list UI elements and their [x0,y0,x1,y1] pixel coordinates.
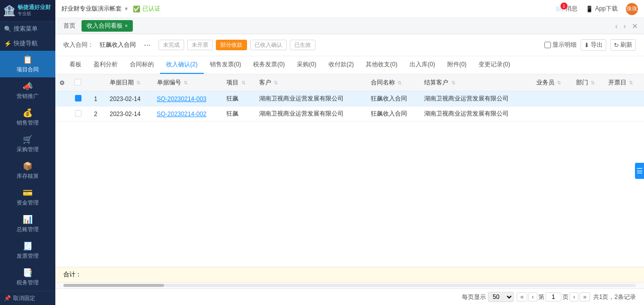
row1-checkbox[interactable] [75,95,82,101]
th-contract[interactable]: 合同名称 ⇅ [367,74,420,91]
th-end-customer[interactable]: 结算客户 ⇅ [420,74,532,91]
sidebar-item-marketing[interactable]: 📣 营销推广 [0,77,55,104]
status-effective-badge[interactable]: 已生效 [290,40,315,50]
horizontal-scrollbar[interactable] [55,282,644,288]
row2-end-customer: 湖南卫视商业运营发展有限公司 [420,107,532,122]
subtab-in-out-storage[interactable]: 出入库(0) [404,56,441,74]
page-size-selector: 每页显示 10 20 50 100 [462,292,514,302]
subtab-sales-invoice[interactable]: 销售发票(0) [204,56,248,74]
sidebar-logo: 🏦 畅捷通好业财 专业版 [0,0,55,22]
refresh-button[interactable]: ↻ 刷新 [610,39,636,51]
sidebar-item-inventory[interactable]: 📦 库存核算 [0,157,55,184]
sidebar-bottom-cancel-pin[interactable]: 📌 取消固定 [0,291,55,305]
row2-contract: 狂飙收入合同 [367,107,420,122]
marketing-icon: 📣 [23,81,33,91]
subtabs: 看板 盈利分析 合同标的 收入确认(2) 销售发票(0) 税务发票(0) 采购(… [55,56,644,74]
tab-nav-close-icon[interactable]: ✕ [630,21,640,31]
export-button[interactable]: ⬇ 导出 [581,39,606,51]
th-date[interactable]: 单据日期 ⇅ [106,74,153,91]
th-checkbox[interactable] [70,74,86,91]
subtab-profit[interactable]: 盈利分析 [88,56,124,74]
th-salesman-label: 业务员 [536,79,554,86]
settings-icon[interactable]: ⚙ [59,79,65,86]
refresh-icon: ↻ [614,42,619,49]
sort-invoice-date-icon: ⇅ [629,80,633,85]
table-row[interactable]: 2 2023-02-14 SQ-20230214-002 狂飙 湖南卫视商业运营… [55,107,644,122]
row2-number-link[interactable]: SQ-20230214-002 [157,111,207,118]
sidebar-search[interactable]: 🔍 搜索菜单 [0,22,55,36]
message-button[interactable]: ✉️ 1 消息 [556,5,578,13]
topbar-company[interactable]: 好业财专业版演示帐套 ▼ [61,5,129,13]
table-row[interactable]: 1 2023-02-14 SQ-20230214-003 狂飙 湖南卫视商业运营… [55,91,644,107]
right-panel-icon: ☰ [636,167,643,175]
th-customer[interactable]: 客户 ⇅ [255,74,367,91]
subtab-tax-invoice[interactable]: 税务发票(0) [247,56,291,74]
per-page-label: 每页显示 [462,293,486,301]
status-confirmed-badge[interactable]: 已收入确认 [250,40,287,50]
th-number[interactable]: 单据编号 ⇅ [153,74,223,91]
sidebar-item-sales[interactable]: 💰 销售管理 [0,104,55,131]
row2-checkbox-cell[interactable] [70,107,86,122]
main-area: 好业财专业版演示帐套 ▼ ✅ 已认证 ✉️ 1 消息 📱 App下载 珠珠 [55,0,644,305]
next-page-button[interactable]: › [570,292,579,301]
row2-customer: 湖南卫视商业运营发展有限公司 [255,107,367,122]
page-number-input[interactable] [545,292,561,301]
tab-nav-next-icon[interactable]: › [621,21,628,31]
th-project[interactable]: 项目 ⇅ [222,74,255,91]
select-all-checkbox[interactable] [74,79,81,85]
last-page-button[interactable]: » [580,292,590,301]
subtab-payment[interactable]: 收付款(2) [323,56,360,74]
row1-number-link[interactable]: SQ-20230214-003 [157,95,207,103]
row1-number[interactable]: SQ-20230214-003 [153,91,223,107]
sidebar-item-tax[interactable]: 📑 税务管理 [0,264,55,290]
th-department[interactable]: 部门 ⇅ [572,74,604,91]
status-incomplete-badge[interactable]: 未完成 [158,40,184,50]
scroll-thumb[interactable] [63,284,164,287]
th-salesman[interactable]: 业务员 ⇅ [532,74,572,91]
sidebar-item-label-inventory: 库存核算 [17,172,39,180]
tab-close-icon[interactable]: × [125,23,128,29]
show-detail-checkbox[interactable] [544,42,551,48]
per-page-select[interactable]: 10 20 50 100 [488,292,514,302]
scroll-track [63,284,636,287]
subtab-contract-standard[interactable]: 合同标的 [124,56,160,74]
subtab-income-confirm[interactable]: 收入确认(2) [160,56,204,74]
th-invoice-date[interactable]: 开票日 ⇅ [604,74,644,91]
th-number-label: 单据编号 [157,79,181,86]
subtab-overview[interactable]: 看板 [63,56,88,74]
sidebar-item-purchase[interactable]: 🛒 采购管理 [0,131,55,157]
general-icon: 📊 [23,215,33,224]
status-no-invoice-badge[interactable]: 未开票 [187,40,213,50]
row1-checkbox-cell[interactable] [70,91,86,107]
logo-sub-text: 专业版 [18,11,51,17]
sidebar-item-invoice[interactable]: 🧾 发票管理 [0,237,55,264]
row2-salesman [532,107,572,122]
sidebar-item-funds[interactable]: 💳 资金管理 [0,184,55,211]
user-avatar[interactable]: 珠珠 [626,3,638,15]
tab-income-contract-board[interactable]: 收入合同看板 × [82,20,133,32]
row2-checkbox[interactable] [75,110,82,117]
row2-invoice-date [604,107,644,122]
invoice-icon: 🧾 [23,241,33,251]
contract-more-button[interactable]: ··· [142,41,152,50]
first-page-button[interactable]: « [517,292,527,301]
tab-nav-prev-icon[interactable]: ‹ [613,21,620,31]
right-panel-toggle-button[interactable]: ☰ [635,163,644,179]
row1-customer: 湖南卫视商业运营发展有限公司 [255,91,367,107]
sidebar-item-project-contract[interactable]: 📋 项目合同 [0,51,55,77]
subtab-change-log[interactable]: 变更记录(0) [472,56,516,74]
subtab-other-income[interactable]: 其他收支(0) [360,56,404,74]
th-settings[interactable]: ⚙ [55,74,70,91]
sidebar-quicknav[interactable]: ⚡ 快捷导航 [0,36,55,51]
subtab-purchase[interactable]: 采购(0) [291,56,323,74]
status-partial-collect-badge[interactable]: 部分收款 [216,40,247,50]
app-download-button[interactable]: 📱 App下载 [586,5,618,13]
tab-home[interactable]: 首页 [59,20,79,32]
row2-number[interactable]: SQ-20230214-002 [153,107,223,122]
app-download-label: App下载 [595,5,618,13]
prev-page-button[interactable]: ‹ [528,292,537,301]
row1-project: 狂飙 [222,91,255,107]
subtab-attachment[interactable]: 附件(0) [441,56,473,74]
sidebar-item-general[interactable]: 📊 总账管理 [0,211,55,237]
row2-date: 2023-02-14 [106,107,153,122]
